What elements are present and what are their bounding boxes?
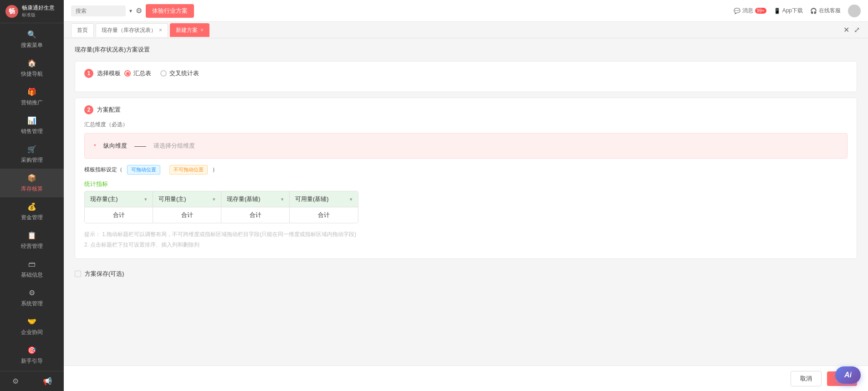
cancel-button[interactable]: 取消 xyxy=(791,371,822,386)
summary-dim-label: 汇总维度（必选） xyxy=(84,121,848,129)
topbar-gear-icon[interactable]: ⚙ xyxy=(136,6,142,15)
stats-table-data-row: 合计 合计 合计 合计 xyxy=(85,207,358,223)
dim-required-mark: * xyxy=(94,143,96,149)
tab-inventory-close-icon[interactable]: × xyxy=(159,27,162,33)
step2-card: 2 方案配置 汇总维度（必选） * 纵向维度 —— 请选择分组维度 模板指标设定… xyxy=(75,98,857,259)
col-arrow-0[interactable]: ▾ xyxy=(144,196,147,202)
stats-cell-3: 合计 xyxy=(290,207,358,223)
sidebar-item-cooperation[interactable]: 🤝 企业协同 xyxy=(0,312,64,341)
money-icon: 💰 xyxy=(27,202,37,212)
sidebar-item-marketing[interactable]: 🎁 营销推广 xyxy=(0,82,64,111)
sidebar-label-basic: 基础信息 xyxy=(21,271,43,279)
sidebar-item-search[interactable]: 🔍 搜索菜单 xyxy=(0,25,64,54)
dim-type-label: 纵向维度 xyxy=(103,142,127,150)
tips-section: 提示： 1.拖动标题栏可以调整布局，不可跨维度或指标区域拖动栏目字段(只能在同一… xyxy=(84,230,848,249)
headset-icon: 🎧 xyxy=(810,8,817,14)
tab-new-plan-close-icon[interactable]: × xyxy=(200,27,204,33)
sidebar-item-operation[interactable]: 📋 经营管理 xyxy=(0,226,64,255)
brand-logo: 畅 xyxy=(5,5,18,18)
col-arrow-1[interactable]: ▾ xyxy=(213,196,215,202)
ai-float-button[interactable]: Ai xyxy=(835,366,861,384)
sidebar-item-purchase[interactable]: 🛒 采购管理 xyxy=(0,140,64,169)
sidebar-bottom: ⚙ 📢 xyxy=(0,371,64,391)
sidebar-item-basic[interactable]: 🗃 基础信息 xyxy=(0,255,64,283)
topbar-left: ▾ ⚙ 体验行业方案 xyxy=(71,4,728,18)
service-btn[interactable]: 🎧 在线客服 xyxy=(810,7,841,15)
window-expand-icon[interactable]: ⤢ xyxy=(853,25,861,35)
topbar-right: 💬 消息 99+ 📱 App下载 🎧 在线客服 xyxy=(734,5,861,17)
dim-separator: —— xyxy=(134,143,146,149)
radio-cross-circle xyxy=(160,70,167,77)
stats-section: 统计指标 现存量(主) ▾ 可用量(主) ▾ 现存量(基辅) xyxy=(84,180,848,225)
stats-col-2[interactable]: 现存量(基辅) ▾ xyxy=(221,191,290,207)
content-area: 现存量(库存状况表)方案设置 1 选择模板 汇总表 交叉统计表 xyxy=(64,38,868,365)
tab-home[interactable]: 首页 xyxy=(71,23,94,37)
radio-cross[interactable]: 交叉统计表 xyxy=(160,69,199,77)
step1-badge: 1 xyxy=(84,69,93,78)
sidebar-label-cooperation: 企业协同 xyxy=(21,329,43,336)
dimension-selector[interactable]: * 纵向维度 —— 请选择分组维度 xyxy=(84,133,848,159)
step2-header: 2 方案配置 xyxy=(84,105,848,114)
col-arrow-3[interactable]: ▾ xyxy=(350,196,352,202)
industry-btn[interactable]: 体验行业方案 xyxy=(146,4,194,18)
tab-inventory-status[interactable]: 现存量（库存状况表） × xyxy=(96,23,168,37)
brand-info: 畅康通好生意 标准版 xyxy=(22,5,55,18)
step2-badge: 2 xyxy=(84,105,93,114)
clipboard-icon: 📋 xyxy=(27,231,37,241)
dim-placeholder-text: 请选择分组维度 xyxy=(153,142,195,150)
indicator-suffix: ） xyxy=(212,166,218,174)
save-checkbox[interactable] xyxy=(75,271,81,277)
tip-1: 提示： 1.拖动标题栏可以调整布局，不可跨维度或指标区域拖动栏目字段(只能在同一… xyxy=(84,230,848,239)
sidebar-item-shortcut[interactable]: 🏠 快捷导航 xyxy=(0,54,64,82)
sidebar-label-inventory: 库存核算 xyxy=(21,185,43,193)
window-close-icon[interactable]: ✕ xyxy=(842,25,850,35)
sidebar-item-inventory[interactable]: 📦 库存核算 xyxy=(0,169,64,197)
step2-title: 方案配置 xyxy=(97,106,121,114)
sidebar-label-finance: 资金管理 xyxy=(21,214,43,221)
msg-btn[interactable]: 💬 消息 99+ xyxy=(734,7,766,15)
msg-icon: 💬 xyxy=(734,8,740,14)
sidebar-item-guide[interactable]: 🎯 新手引导 xyxy=(0,341,64,370)
stats-cell-2: 合计 xyxy=(221,207,290,223)
sidebar-item-sales[interactable]: 📊 销售管理 xyxy=(0,111,64,140)
save-option-row: 方案保存(可选) xyxy=(75,264,857,283)
brand-area: 畅 畅康通好生意 标准版 xyxy=(0,0,64,23)
stats-cell-0: 合计 xyxy=(85,207,153,223)
page-title: 现存量(库存状况表)方案设置 xyxy=(75,46,857,54)
sidebar-label-system: 系统管理 xyxy=(21,300,43,308)
sidebar-nav: 🔍 搜索菜单 🏠 快捷导航 🎁 营销推广 📊 销售管理 🛒 采购管理 📦 库存核… xyxy=(0,23,64,371)
target-icon: 🎯 xyxy=(27,345,37,355)
topbar-dropdown[interactable]: ▾ xyxy=(129,8,132,14)
sidebar-label-search: 搜索菜单 xyxy=(21,41,43,49)
step1-title: 选择模板 xyxy=(97,69,121,77)
col-label-2: 现存量(基辅) xyxy=(227,195,260,203)
stats-col-3[interactable]: 可用量(基辅) ▾ xyxy=(290,191,358,207)
bottom-bar: 取消 查询 xyxy=(64,365,868,391)
stats-header: 统计指标 xyxy=(84,180,848,188)
sidebar-label-purchase: 采购管理 xyxy=(21,156,43,164)
stats-table-header-row: 现存量(主) ▾ 可用量(主) ▾ 现存量(基辅) ▾ 可用量(基辅) xyxy=(85,191,358,207)
sidebar-item-finance[interactable]: 💰 资金管理 xyxy=(0,197,64,226)
gear-icon: ⚙ xyxy=(27,288,37,298)
msg-label: 消息 xyxy=(742,7,753,15)
search-input[interactable] xyxy=(71,5,126,16)
tabbar: 首页 现存量（库存状况表） × 新建方案 × ✕ ⤢ xyxy=(64,22,868,38)
brand-edition: 标准版 xyxy=(22,12,55,18)
brand-name: 畅康通好生意 xyxy=(22,5,55,12)
settings-icon[interactable]: ⚙ xyxy=(9,375,22,387)
stats-col-1[interactable]: 可用量(主) ▾ xyxy=(153,191,221,207)
speaker-icon[interactable]: 📢 xyxy=(39,375,56,387)
avatar[interactable] xyxy=(848,5,861,17)
cart-icon: 🛒 xyxy=(27,144,37,154)
sidebar-item-system[interactable]: ⚙ 系统管理 xyxy=(0,283,64,312)
topbar: ▾ ⚙ 体验行业方案 💬 消息 99+ 📱 App下载 🎧 在线客服 xyxy=(64,0,868,22)
tab-new-plan[interactable]: 新建方案 × xyxy=(170,23,209,37)
msg-badge: 99+ xyxy=(755,8,766,14)
save-option-label: 方案保存(可选) xyxy=(85,270,124,278)
box-icon: 📦 xyxy=(27,173,37,183)
radio-summary[interactable]: 汇总表 xyxy=(124,69,151,77)
col-arrow-2[interactable]: ▾ xyxy=(281,196,284,202)
stats-col-0[interactable]: 现存量(主) ▾ xyxy=(85,191,153,207)
indicator-tag-draggable: 可拖动位置 xyxy=(127,165,160,175)
app-download-btn[interactable]: 📱 App下载 xyxy=(774,7,803,15)
